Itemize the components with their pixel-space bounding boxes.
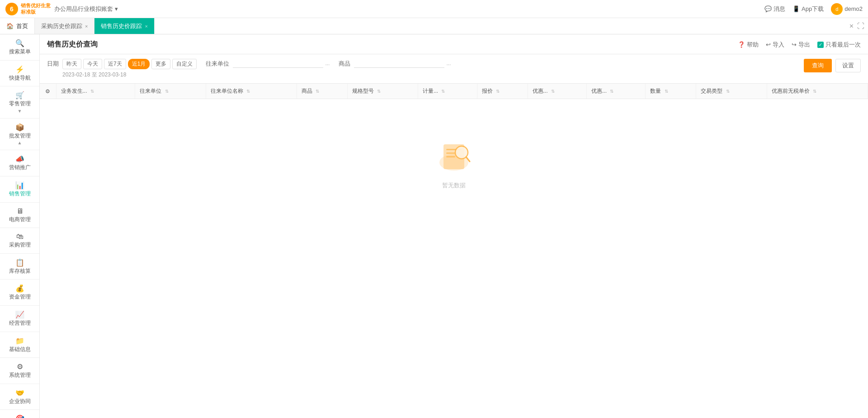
partner-lookup-button[interactable]: ... [325, 60, 330, 66]
message-icon: 💬 [764, 5, 772, 12]
purchase-icon: 🛍 [16, 233, 24, 241]
sort-icon: ⇅ [726, 89, 730, 94]
username-label: demo2 [844, 5, 863, 12]
goods-filter-group: 商品 ... [339, 59, 451, 68]
app-selector-label: 办公用品行业模拟账套 [54, 5, 113, 13]
svg-rect-4 [446, 156, 455, 157]
finance-icon: 💰 [15, 284, 24, 293]
table-col-trade-type[interactable]: 交易类型 ⇅ [696, 84, 767, 99]
date-buttons: 昨天 今天 近7天 近1月 更多 自定义 [62, 59, 197, 69]
close-tabs-button[interactable]: × [849, 22, 854, 30]
tab-bar: 🏠 首页 采购历史价跟踪 × 销售历史价跟踪 × × ⛶ [0, 18, 868, 34]
help-icon: ❓ [738, 41, 745, 48]
date-btn-more[interactable]: 更多 [151, 59, 170, 69]
empty-state: 暂无数据 [40, 99, 868, 226]
sidebar-item-ecommerce[interactable]: 🖥 电商管理 [0, 203, 39, 228]
message-button[interactable]: 💬 消息 [764, 5, 785, 13]
page-title: 销售历史价查询 [47, 40, 98, 49]
sidebar-item-retail[interactable]: 🛒 零售管理 ▼ [0, 86, 39, 119]
inventory-icon: 📋 [15, 258, 24, 267]
app-selector[interactable]: 办公用品行业模拟账套 ▾ [54, 5, 118, 13]
sort-icon: ⇅ [813, 89, 816, 94]
sidebar-item-inventory[interactable]: 📋 库存核算 [0, 254, 39, 280]
sidebar-item-system[interactable]: ⚙ 系统管理 [0, 358, 39, 384]
partner-input[interactable] [233, 59, 323, 68]
table-col-qty[interactable]: 数量 ⇅ [646, 84, 696, 99]
sidebar-item-base-info[interactable]: 📁 基础信息 [0, 332, 39, 358]
sidebar-item-shortcuts[interactable]: ⚡ 快捷导航 [0, 61, 39, 87]
top-bar: 6 销售优好生意 标准版 办公用品行业模拟账套 ▾ 💬 消息 📱 App下载 d… [0, 0, 868, 18]
shortcuts-icon: ⚡ [15, 65, 24, 74]
chevron-down-icon: ▼ [18, 109, 22, 114]
sidebar-item-marketing[interactable]: 📣 营销推广 [0, 150, 39, 176]
query-button[interactable]: 查询 [804, 59, 832, 72]
sidebar-item-sales-mgmt[interactable]: 📊 销售管理 [0, 176, 39, 203]
table-col-quote[interactable]: 报价 ⇅ [477, 84, 528, 99]
sales-mgmt-icon: 📊 [15, 181, 24, 190]
date-btn-today[interactable]: 今天 [83, 59, 102, 69]
top-bar-right: 💬 消息 📱 App下载 d demo2 [764, 3, 863, 15]
table-col-gear[interactable]: ⚙ [40, 84, 56, 99]
table-col-goods[interactable]: 商品 ⇅ [297, 84, 347, 99]
export-icon: ↪ [792, 41, 797, 48]
last-one-checkbox-label[interactable]: ✓ 只看最后一次 [817, 41, 861, 49]
checkbox-checked-icon: ✓ [817, 42, 824, 48]
sort-icon: ⇅ [441, 89, 445, 94]
table-col-pretax-price[interactable]: 优惠前无税单价 ⇅ [767, 84, 868, 99]
date-btn-custom[interactable]: 自定义 [172, 59, 197, 69]
marketing-icon: 📣 [15, 155, 24, 163]
sidebar-item-guide[interactable]: 🎯 新手引导 [0, 410, 39, 418]
table-col-discount2[interactable]: 优惠... ⇅ [586, 84, 645, 99]
date-btn-last1m[interactable]: 近1月 [128, 59, 150, 69]
table-header: ⚙ 业务发生... ⇅ 往来单位 ⇅ 往来单位名称 ⇅ [40, 84, 868, 99]
sidebar: 🔍 搜索菜单 ⚡ 快捷导航 🛒 零售管理 ▼ 📦 批发管理 ▲ 📣 营销推广 📊… [0, 34, 40, 418]
date-range-display: 2023-02-18 至 2023-03-18 [62, 71, 197, 79]
goods-input[interactable] [354, 59, 444, 68]
table-col-spec[interactable]: 规格型号 ⇅ [347, 84, 418, 99]
help-button[interactable]: ❓ 帮助 [738, 41, 759, 49]
filter-bar: 日期 昨天 今天 近7天 近1月 更多 自定义 2023-02-18 至 202… [40, 54, 868, 84]
tab-purchase-history-label: 采购历史价跟踪 [41, 22, 82, 30]
sidebar-item-operations[interactable]: 📈 经营管理 [0, 306, 39, 332]
logo-area: 6 销售优好生意 标准版 [5, 3, 51, 15]
tab-home[interactable]: 🏠 首页 [0, 18, 35, 34]
table-col-unit[interactable]: 计量... ⇅ [418, 84, 477, 99]
empty-illustration [434, 135, 474, 176]
goods-lookup-button[interactable]: ... [446, 60, 451, 66]
export-button[interactable]: ↪ 导出 [792, 41, 810, 49]
user-avatar-area[interactable]: d demo2 [831, 3, 863, 15]
sidebar-item-purchase[interactable]: 🛍 采购管理 [0, 228, 39, 254]
sort-icon: ⇅ [246, 89, 250, 94]
partner-filter-group: 往来单位 ... [206, 59, 330, 68]
top-bar-left: 6 销售优好生意 标准版 办公用品行业模拟账套 ▾ [5, 3, 118, 15]
gear-icon: ⚙ [45, 88, 50, 95]
sidebar-item-enterprise[interactable]: 🤝 企业协同 [0, 384, 39, 410]
content-area: 销售历史价查询 ❓ 帮助 ↩ 导入 ↪ 导出 ✓ 只看最后一次 [40, 34, 868, 418]
import-button[interactable]: ↩ 导入 [766, 41, 784, 49]
date-btn-yesterday[interactable]: 昨天 [62, 59, 81, 69]
sidebar-item-finance[interactable]: 💰 资金管理 [0, 280, 39, 306]
tab-bar-actions: × ⛶ [846, 18, 868, 34]
app-download-button[interactable]: 📱 App下载 [793, 5, 824, 13]
table-col-partner-name[interactable]: 往来单位名称 ⇅ [206, 84, 297, 99]
sort-icon: ⇅ [316, 89, 319, 94]
table-col-discount1[interactable]: 优惠... ⇅ [528, 84, 586, 99]
settings-button[interactable]: 设置 [835, 59, 861, 72]
home-icon: 🏠 [6, 23, 14, 29]
main-layout: 🔍 搜索菜单 ⚡ 快捷导航 🛒 零售管理 ▼ 📦 批发管理 ▲ 📣 营销推广 📊… [0, 34, 868, 418]
date-btn-last7[interactable]: 近7天 [104, 59, 126, 69]
avatar: d [831, 3, 843, 15]
table-col-biz-date[interactable]: 业务发生... ⇅ [56, 84, 135, 99]
partner-input-group: ... [233, 59, 330, 68]
table-col-partner-code[interactable]: 往来单位 ⇅ [135, 84, 206, 99]
tab-purchase-history-close[interactable]: × [85, 24, 88, 29]
tab-sales-history-close[interactable]: × [145, 24, 147, 29]
sidebar-item-wholesale[interactable]: 📦 批发管理 ▲ [0, 119, 39, 151]
expand-button[interactable]: ⛶ [857, 22, 864, 30]
chevron-up-icon: ▲ [18, 140, 22, 145]
tab-purchase-history[interactable]: 采购历史价跟踪 × [35, 18, 94, 34]
sort-icon: ⇅ [90, 89, 94, 94]
tab-sales-history[interactable]: 销售历史价跟踪 × [94, 18, 154, 34]
empty-icon [434, 135, 474, 176]
sidebar-item-search[interactable]: 🔍 搜索菜单 [0, 34, 39, 61]
